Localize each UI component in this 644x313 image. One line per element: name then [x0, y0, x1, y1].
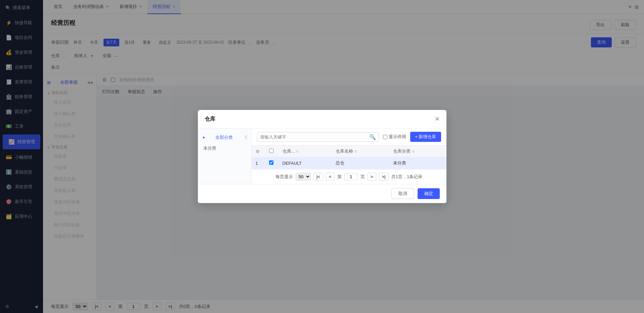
modal-overlay: 仓库 ✕ ✦ 全部分类 《 未分类 🔍 [0, 0, 644, 313]
sort-icon3: ⇅ [412, 150, 415, 153]
search-icon: 🔍 [369, 134, 376, 140]
sort-icon: ⇅ [296, 150, 299, 153]
th-warehouse-name[interactable]: 仓库名称 ⇅ [332, 146, 389, 157]
row-checkbox[interactable] [269, 160, 273, 165]
modal-footer: 取消 确定 [198, 184, 446, 203]
modal-search-box[interactable]: 🔍 [257, 132, 379, 142]
modal-right-panel: 🔍 显示停用 + 新增仓库 ⚙ [252, 128, 446, 184]
row-name: 总仓 [332, 157, 389, 169]
table-row[interactable]: 1 DEFAULT 总仓 未分类 [252, 157, 446, 169]
modal-search-input[interactable] [260, 134, 368, 140]
modal-left-header: ✦ 全部分类 《 [198, 132, 251, 143]
th-warehouse-category[interactable]: 仓库分类 ⇅ [389, 146, 446, 157]
modal-first-page-btn[interactable]: |< [313, 173, 323, 181]
sort-icon2: ⇅ [354, 150, 357, 153]
modal-table: ⚙ 仓库... ⇅ [252, 146, 446, 169]
modal-total-label: 共1页，1条记录 [391, 174, 422, 180]
modal-prev-page-btn[interactable]: < [326, 173, 335, 181]
col-code-label: 仓库... [283, 148, 295, 154]
warehouse-modal: 仓库 ✕ ✦ 全部分类 《 未分类 🔍 [198, 110, 446, 203]
modal-next-page-btn[interactable]: > [368, 173, 376, 181]
modal-pagination: 每页显示 50 |< < 第 页 > >| 共1页，1条记录 [252, 169, 446, 184]
row-code: DEFAULT [278, 157, 332, 169]
show-disabled-label[interactable]: 显示停用 [383, 134, 406, 140]
modal-page-input[interactable] [344, 173, 358, 180]
select-all-modal-checkbox[interactable] [269, 149, 273, 153]
modal-header: 仓库 ✕ [198, 110, 446, 128]
modal-left-unclassified[interactable]: 未分类 [198, 143, 251, 154]
modal-per-page-label: 每页显示 [275, 174, 293, 180]
modal-toolbar: 🔍 显示停用 + 新增仓库 [252, 128, 446, 146]
all-category-label[interactable]: 全部分类 [215, 134, 233, 141]
row-id: 1 [252, 157, 265, 169]
table-header-row: ⚙ 仓库... ⇅ [252, 146, 446, 157]
modal-last-page-btn[interactable]: >| [379, 173, 389, 181]
cancel-button[interactable]: 取消 [391, 188, 414, 199]
modal-left-panel: ✦ 全部分类 《 未分类 [198, 128, 252, 184]
show-disabled-checkbox[interactable] [383, 135, 387, 139]
add-warehouse-button[interactable]: + 新增仓库 [410, 132, 441, 142]
th-checkbox [265, 146, 278, 157]
col-category-label: 仓库分类 [393, 148, 411, 154]
th-settings: ⚙ [252, 146, 265, 157]
confirm-button[interactable]: 确定 [418, 188, 440, 199]
hashtag-icon: ✦ [202, 135, 206, 140]
left-panel-collapse-icon[interactable]: 《 [243, 134, 247, 141]
row-checkbox-cell[interactable] [265, 157, 278, 169]
th-warehouse-code[interactable]: 仓库... ⇅ [278, 146, 332, 157]
modal-close-icon[interactable]: ✕ [435, 115, 440, 123]
show-disabled-text: 显示停用 [389, 134, 406, 140]
table-gear-icon[interactable]: ⚙ [256, 149, 260, 154]
row-category: 未分类 [389, 157, 446, 169]
modal-per-page-select[interactable]: 50 [296, 173, 311, 181]
col-name-label: 仓库名称 [336, 148, 353, 154]
modal-page-label: 第 [337, 174, 342, 180]
modal-body: ✦ 全部分类 《 未分类 🔍 显示停用 [198, 128, 446, 184]
modal-page-suffix: 页 [360, 174, 365, 180]
modal-title: 仓库 [205, 116, 215, 123]
